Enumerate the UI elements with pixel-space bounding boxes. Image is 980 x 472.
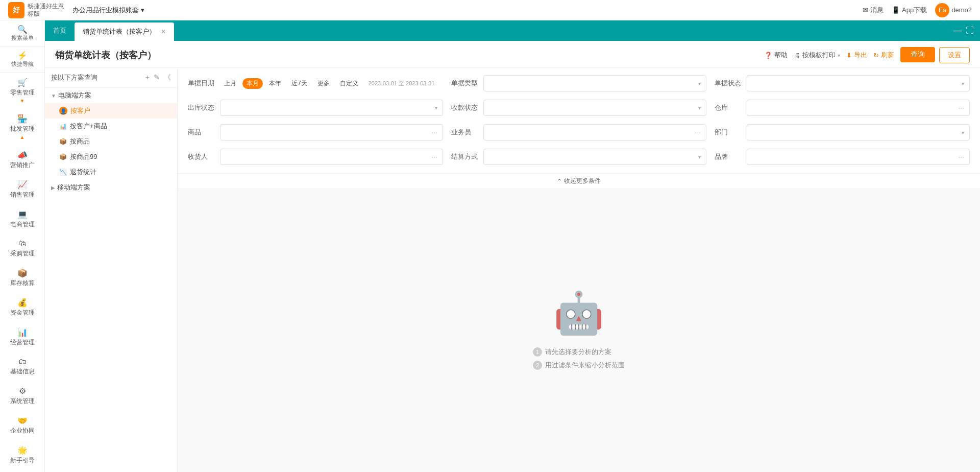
tree-item-by-customer[interactable]: 👤 按客户 <box>45 103 177 119</box>
tab-close-button[interactable]: ✕ <box>161 28 166 35</box>
top-bar-right: ✉ 消息 📱 App下载 Ea demo2 <box>863 3 972 17</box>
sidebar-quick-nav[interactable]: ⚡ 快捷导航 <box>0 46 44 73</box>
top-bar: 好 畅捷通好生意 标版 办公用品行业模拟账套 ▾ ✉ 消息 📱 App下载 E <box>0 0 980 20</box>
sidebar-item-operation[interactable]: 📊 经营管理 <box>0 322 44 352</box>
empty-illustration: 🤖 <box>553 289 604 337</box>
sidebar-item-inventory[interactable]: 📦 库存核算 <box>0 263 44 293</box>
date-btn-7days[interactable]: 近7天 <box>287 78 311 89</box>
filter-goods: 商品 ··· <box>188 124 443 140</box>
tree-item-customer-goods[interactable]: 📊 按客户+商品 <box>45 119 177 134</box>
brand-input[interactable]: ··· <box>747 149 970 165</box>
sidebar-item-marketing[interactable]: 📣 营销推广 <box>0 145 44 175</box>
sidebar-item-retail[interactable]: 🛒 零售管理 ▼ <box>0 73 44 109</box>
sidebar-item-purchase[interactable]: 🛍 采购管理 <box>0 234 44 263</box>
panel-collapse-button[interactable]: 《 <box>164 73 171 82</box>
sidebar: 🔍 搜索菜单 ⚡ 快捷导航 🛒 零售管理 ▼ 🏪 批发管理 ▲ 📣 营销推广 <box>0 20 45 472</box>
chevron-down-icon: ▾ <box>962 130 964 135</box>
sidebar-item-enterprise[interactable]: 🤝 企业协同 <box>0 411 44 440</box>
page-title: 销货单统计表（按客户） <box>55 49 156 61</box>
collect-status-select[interactable]: ▾ <box>483 100 706 116</box>
chevron-down-icon: ▾ <box>962 81 964 86</box>
avatar: Ea <box>935 3 949 17</box>
query-settings-group: 查询 设置 <box>900 47 970 63</box>
user-menu[interactable]: Ea demo2 <box>935 3 972 17</box>
date-btn-more[interactable]: 更多 <box>313 78 334 89</box>
sidebar-item-wholesale[interactable]: 🏪 批发管理 ▲ <box>0 109 44 145</box>
date-btn-this-month[interactable]: 本月 <box>242 78 263 89</box>
filter-row-1: 单据日期 上月 本月 本年 近7天 更多 自定义 <box>188 75 970 91</box>
tree-item-return-stats[interactable]: 📉 退货统计 <box>45 164 177 180</box>
query-button[interactable]: 查询 <box>900 47 935 62</box>
panel-edit-button[interactable]: ✎ <box>154 73 160 82</box>
chevron-down-icon: ▾ <box>435 105 437 111</box>
dots-icon: ··· <box>431 128 437 136</box>
industry-selector[interactable]: 办公用品行业模拟账套 ▾ <box>68 4 149 17</box>
dots-icon: ··· <box>958 104 964 112</box>
content-main: 单据日期 上月 本月 本年 近7天 更多 自定义 <box>178 68 980 472</box>
tab-sales-stat[interactable]: 销货单统计表（按客户） ✕ <box>75 22 174 41</box>
logo-text: 畅捷通好生意 标版 <box>28 3 64 17</box>
sidebar-item-ecommerce[interactable]: 💻 电商管理 <box>0 204 44 234</box>
dots-icon: ··· <box>958 153 964 161</box>
message-button[interactable]: ✉ 消息 <box>863 6 884 15</box>
receiver-input[interactable]: ··· <box>220 149 443 165</box>
content-body: 按以下方案查询 + ✎ 《 ▼ 电脑端方案 👤 <box>45 68 980 472</box>
filter-collapse-bar[interactable]: ⌃ 收起更多条件 <box>178 173 980 188</box>
tab-bar-actions: — ⛶ <box>953 26 980 35</box>
page-header: 销货单统计表（按客户） ❓ 帮助 🖨 按模板打印 ▾ ⬇ 导出 <box>45 41 980 68</box>
out-status-select[interactable]: ▾ <box>220 100 443 116</box>
filter-settle-method: 结算方式 ▾ <box>451 149 706 165</box>
tree-category-desktop[interactable]: ▼ 电脑端方案 <box>45 88 177 103</box>
sidebar-item-system[interactable]: ⚙ 系统管理 <box>0 381 44 411</box>
page-actions: ❓ 帮助 🖨 按模板打印 ▾ ⬇ 导出 ↻ 刷新 <box>764 47 970 63</box>
tab-home[interactable]: 首页 <box>45 20 75 41</box>
filter-sales-person: 业务员 ··· <box>451 124 706 140</box>
dots-icon: ··· <box>431 153 437 161</box>
date-btn-this-year[interactable]: 本年 <box>265 78 285 89</box>
warehouse-input[interactable]: ··· <box>747 100 970 116</box>
date-buttons: 上月 本月 本年 近7天 更多 自定义 <box>220 78 362 89</box>
refresh-button[interactable]: ↻ 刷新 <box>873 51 894 60</box>
sidebar-item-newuser[interactable]: 🌟 新手引导 <box>0 440 44 470</box>
date-btn-custom[interactable]: 自定义 <box>336 78 362 89</box>
doc-type-select[interactable]: ▾ <box>483 75 706 91</box>
date-btn-last-month[interactable]: 上月 <box>220 78 240 89</box>
help-button[interactable]: ❓ 帮助 <box>764 51 788 60</box>
settle-method-select[interactable]: ▾ <box>483 149 706 165</box>
filter-warehouse: 仓库 ··· <box>715 100 970 116</box>
filter-doc-status: 单据状态 ▾ <box>715 75 970 91</box>
sales-person-input[interactable]: ··· <box>483 124 706 140</box>
app-download-button[interactable]: 📱 App下载 <box>892 6 927 15</box>
logo-area: 好 畅捷通好生意 标版 <box>8 2 64 18</box>
filter-brand: 品牌 ··· <box>715 149 970 165</box>
sidebar-search[interactable]: 🔍 搜索菜单 <box>0 20 44 46</box>
tab-bar: 首页 销货单统计表（按客户） ✕ — ⛶ <box>45 20 980 41</box>
tab-maximize-button[interactable]: ⛶ <box>966 26 974 35</box>
empty-area: 🤖 1 请先选择要分析的方案 2 用过滤条件来缩小分析范围 <box>178 189 980 472</box>
goods-input[interactable]: ··· <box>220 124 443 140</box>
filter-dept: 部门 ▾ <box>715 124 970 140</box>
sidebar-item-sales[interactable]: 📈 销售管理 <box>0 175 44 204</box>
content-area: 首页 销货单统计表（按客户） ✕ — ⛶ 销货单统计表（按客户） ❓ 帮助 <box>45 20 980 472</box>
filter-out-status: 出库状态 ▾ <box>188 100 443 116</box>
filter-row-3: 商品 ··· 业务员 <box>188 124 970 140</box>
filter-date: 单据日期 上月 本月 本年 近7天 更多 自定义 <box>188 78 443 89</box>
tree-category-mobile[interactable]: ▶ 移动端方案 <box>45 180 177 195</box>
panel-add-button[interactable]: + <box>145 73 150 82</box>
filter-section: 单据日期 上月 本月 本年 近7天 更多 自定义 <box>178 68 980 189</box>
filter-collect-status: 收款状态 ▾ <box>451 100 706 116</box>
tab-minimize-button[interactable]: — <box>953 26 962 35</box>
tree-item-goods99[interactable]: 📦 按商品99 <box>45 149 177 164</box>
panel-icons: + ✎ 《 <box>145 73 171 82</box>
sidebar-item-finance[interactable]: 💰 资金管理 <box>0 293 44 322</box>
export-button[interactable]: ⬇ 导出 <box>846 51 867 60</box>
tree-item-by-goods[interactable]: 📦 按商品 <box>45 134 177 149</box>
doc-status-select[interactable]: ▾ <box>747 75 970 91</box>
filter-receiver: 收货人 ··· <box>188 149 443 165</box>
settings-button[interactable]: 设置 <box>939 47 970 63</box>
dept-select[interactable]: ▾ <box>747 124 970 140</box>
print-button[interactable]: 🖨 按模板打印 ▾ <box>794 51 840 60</box>
sidebar-item-appcenter[interactable]: 🖥 应用中心 <box>0 470 44 472</box>
sidebar-item-basic[interactable]: 🗂 基础信息 <box>0 352 44 381</box>
filter-doc-type: 单据类型 ▾ <box>451 75 706 91</box>
